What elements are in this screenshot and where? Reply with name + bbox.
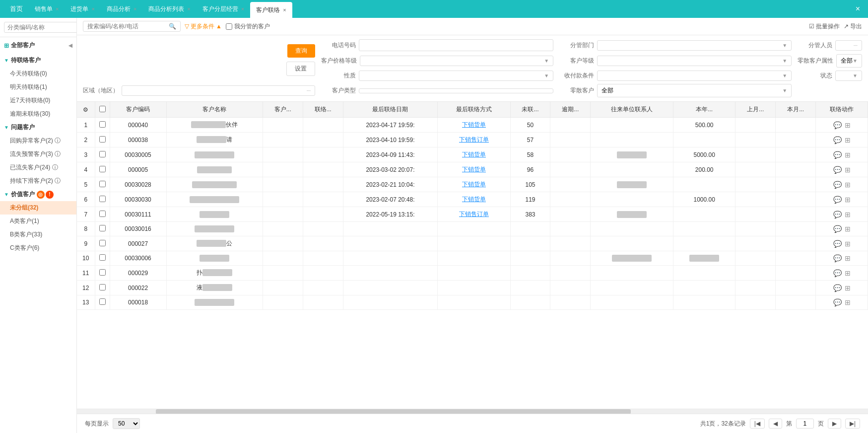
batch-ops-btn[interactable]: ☑ 批量操作 [809, 22, 840, 31]
row-checkbox[interactable] [99, 211, 106, 217]
my-customers-checkbox[interactable] [226, 23, 232, 30]
sidebar-item-ungraded[interactable]: 未分组(32) [0, 201, 76, 215]
more-action-icon[interactable]: ⊞ [845, 121, 851, 129]
per-page-select[interactable]: 50 100 200 [113, 418, 140, 429]
more-action-icon[interactable]: ⊞ [845, 225, 851, 233]
collapse-sidebar-icon[interactable]: ◀ [68, 43, 72, 48]
chat-icon[interactable]: 💬 [833, 240, 842, 248]
first-page-btn[interactable]: |◀ [750, 419, 765, 429]
select-all-checkbox[interactable] [99, 106, 106, 112]
sidebar-item-churned[interactable]: 已流失客户(24) ⓘ [0, 161, 76, 174]
more-action-icon[interactable]: ⊞ [845, 240, 851, 248]
person-select[interactable]: ··· [835, 40, 862, 51]
chat-icon[interactable]: 💬 [833, 196, 842, 204]
horizontal-scrollbar[interactable] [77, 409, 868, 414]
sidebar-section-pending-title[interactable]: ▼ 待联络客户 [0, 54, 76, 67]
prev-page-btn[interactable]: ◀ [769, 419, 782, 429]
more-conditions-btn[interactable]: ▽ 更多条件 ▲ [185, 22, 222, 31]
nature-select[interactable]: ▼ [359, 71, 553, 81]
method-link[interactable]: 下销售订单 [459, 136, 489, 143]
sidebar-section-problem-title[interactable]: ▼ 问题客户 [0, 121, 76, 134]
close-product-list-tab[interactable]: × [187, 6, 190, 12]
sidebar-section-value-title[interactable]: ▼ 价值客户 ◎ ! [0, 188, 76, 201]
more-action-icon[interactable]: ⊞ [845, 181, 851, 189]
chat-icon[interactable]: 💬 [833, 269, 842, 277]
sidebar-item-overdue[interactable]: 逾期未联络(30) [0, 107, 76, 121]
more-action-icon[interactable]: ⊞ [845, 211, 851, 218]
close-sales-tab[interactable]: × [56, 6, 59, 12]
more-action-icon[interactable]: ⊞ [845, 166, 851, 174]
nav-tab-customer-contact[interactable]: 客户联络 × [250, 2, 292, 18]
more-action-icon[interactable]: ⊞ [845, 269, 851, 277]
last-page-btn[interactable]: ▶| [845, 419, 860, 429]
more-action-icon[interactable]: ⊞ [845, 196, 851, 204]
page-number-input[interactable] [796, 419, 814, 429]
row-checkbox[interactable] [99, 240, 106, 246]
col-settings[interactable]: ⚙ [77, 102, 95, 118]
nav-tab-purchase[interactable]: 进货单 × [65, 0, 100, 18]
nav-home[interactable]: 首页 [4, 4, 29, 13]
row-checkbox[interactable] [99, 166, 106, 172]
more-action-icon[interactable]: ⊞ [845, 151, 851, 159]
row-checkbox[interactable] [99, 284, 106, 290]
sidebar-item-today[interactable]: 今天待联络(0) [0, 67, 76, 80]
customer-type-select[interactable] [359, 88, 553, 93]
sidebar-item-declining[interactable]: 持续下滑客户(2) ⓘ [0, 174, 76, 188]
sidebar-item-tomorrow[interactable]: 明天待联络(1) [0, 80, 76, 94]
region-select[interactable]: ··· [122, 85, 315, 96]
query-button[interactable]: 查询 [287, 44, 315, 58]
close-all-tabs[interactable]: × [852, 4, 864, 13]
row-checkbox[interactable] [99, 196, 106, 202]
method-link[interactable]: 下销货单 [462, 151, 486, 158]
price-level-select[interactable]: ▼ [360, 56, 553, 66]
more-action-icon[interactable]: ⊞ [845, 136, 851, 144]
retail-attr-select[interactable]: 全部 ▼ [836, 54, 862, 68]
chat-icon[interactable]: 💬 [833, 225, 842, 233]
nav-tab-product-analysis[interactable]: 商品分析 × [101, 0, 142, 18]
row-checkbox[interactable] [99, 298, 106, 305]
row-checkbox[interactable] [99, 121, 106, 128]
main-search-input[interactable] [87, 23, 167, 30]
row-checkbox[interactable] [99, 225, 106, 231]
more-action-icon[interactable]: ⊞ [845, 298, 851, 306]
sidebar-item-a-class[interactable]: A类客户(1) [0, 215, 76, 228]
more-action-icon[interactable]: ⊞ [845, 284, 851, 292]
nav-tab-product-list[interactable]: 商品分析列表 × [142, 0, 196, 18]
sidebar-item-c-class[interactable]: C类客户(6) [0, 241, 76, 255]
row-checkbox[interactable] [99, 151, 106, 157]
sidebar-item-b-class[interactable]: B类客户(33) [0, 228, 76, 241]
next-page-btn[interactable]: ▶ [828, 419, 841, 429]
chat-icon[interactable]: 💬 [833, 136, 842, 144]
sidebar-item-churn-warning[interactable]: 流失预警客户(3) ⓘ [0, 147, 76, 161]
col-checkbox[interactable] [95, 102, 110, 118]
row-checkbox[interactable] [99, 181, 106, 187]
payment-select[interactable]: ▼ [597, 71, 792, 81]
method-link[interactable]: 下销货单 [462, 181, 486, 188]
chat-icon[interactable]: 💬 [833, 254, 842, 262]
method-link[interactable]: 下销货单 [462, 196, 486, 203]
chat-icon[interactable]: 💬 [833, 181, 842, 189]
method-link[interactable]: 下销货单 [462, 121, 486, 128]
close-purchase-tab[interactable]: × [91, 6, 94, 12]
method-link[interactable]: 下销售订单 [459, 211, 489, 217]
row-checkbox[interactable] [99, 136, 106, 143]
export-btn[interactable]: ↗ 导出 [844, 22, 862, 31]
customer-level-select[interactable]: ▼ [597, 56, 792, 66]
close-customer-tier-tab[interactable]: × [241, 6, 244, 12]
chat-icon[interactable]: 💬 [833, 166, 842, 174]
reset-button[interactable]: 设置 [286, 62, 315, 76]
sidebar-search-input[interactable] [4, 22, 77, 33]
sidebar-all-customers[interactable]: ⊞ 全部客户 ◀ [0, 37, 76, 54]
phone-input[interactable] [359, 39, 553, 51]
chat-icon[interactable]: 💬 [833, 284, 842, 292]
my-customers-filter[interactable]: 我分管的客户 [226, 22, 270, 31]
chat-icon[interactable]: 💬 [833, 151, 842, 159]
sidebar-item-7days[interactable]: 近7天待联络(0) [0, 94, 76, 107]
chat-icon[interactable]: 💬 [833, 298, 842, 306]
dept-select[interactable]: ▼ [597, 40, 792, 51]
more-action-icon[interactable]: ⊞ [845, 254, 851, 262]
nav-tab-customer-tier[interactable]: 客户分层经营 × [197, 0, 250, 18]
retail-customer-select[interactable]: 全部 ▼ [597, 84, 792, 97]
row-checkbox[interactable] [99, 269, 106, 276]
row-checkbox[interactable] [99, 254, 106, 261]
